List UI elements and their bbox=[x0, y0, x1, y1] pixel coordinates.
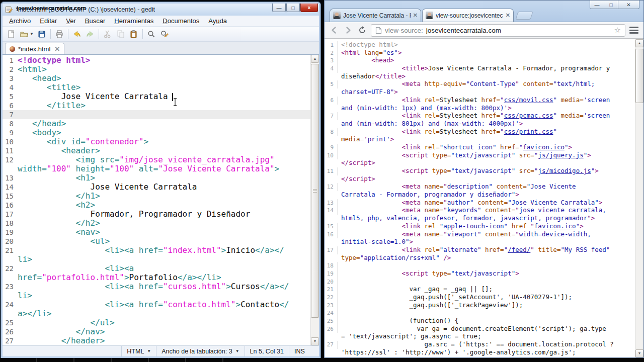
code-line: type="application/rss+xml" /> bbox=[325, 254, 635, 262]
editor-scrollbar[interactable]: ▲ ▼ bbox=[310, 55, 319, 345]
address-bar[interactable]: view-source:josevicentecarratala.com ☆ bbox=[371, 24, 625, 37]
code-line: media='print'> bbox=[325, 135, 635, 143]
browser-tab-view-source[interactable]: view-source:josevicenteca ✕ bbox=[422, 9, 514, 22]
browser-tab-homepage[interactable]: Jose Vicente Carratala - Fo ✕ bbox=[330, 9, 421, 22]
line-number: 25 bbox=[3, 318, 18, 327]
code-line: 25 (function() { bbox=[325, 317, 635, 325]
source-link[interactable]: favicon.ico bbox=[534, 222, 576, 230]
code-line: 21 <li><a href="index.html">Inicio</a></ bbox=[3, 246, 310, 255]
code-line: 22 <li><a bbox=[3, 264, 310, 273]
source-link[interactable]: css/print.css bbox=[504, 128, 553, 135]
source-link[interactable]: js/jquery.js bbox=[538, 151, 583, 159]
menu-documentos[interactable]: Documentos bbox=[158, 16, 204, 26]
line-number: 21 bbox=[325, 286, 338, 294]
taskbar-button-edge bbox=[148, 358, 149, 362]
tab-width-select[interactable]: Ancho de la tabulación: 3▼ bbox=[156, 346, 244, 356]
ibeam-mouse-cursor bbox=[173, 98, 178, 108]
bookmark-star-icon[interactable]: ☆ bbox=[614, 26, 621, 35]
scrollbar-thumb[interactable] bbox=[635, 49, 643, 103]
code-line: = 'text/javascript'; ga.async = true; bbox=[325, 332, 635, 340]
scroll-down-icon[interactable]: ▼ bbox=[635, 349, 643, 357]
source-link[interactable]: css/pcmac.css bbox=[504, 112, 553, 119]
cursor-position: Ln 5, Col 31 bbox=[245, 346, 289, 356]
menu-buscar[interactable]: Buscar bbox=[80, 16, 110, 26]
menu-editar[interactable]: Editar bbox=[35, 16, 61, 26]
minimize-button[interactable]: — bbox=[272, 4, 286, 12]
new-tab-button[interactable] bbox=[515, 12, 533, 20]
close-button[interactable]: × bbox=[300, 4, 318, 12]
line-number: 26 bbox=[325, 325, 338, 333]
menu-archivo[interactable]: Archivo bbox=[5, 16, 35, 26]
source-link[interactable]: css/movil.css bbox=[504, 96, 553, 104]
scrollbar-thumb[interactable] bbox=[311, 64, 319, 318]
new-document-icon[interactable] bbox=[5, 28, 18, 40]
forward-button[interactable] bbox=[343, 25, 354, 36]
code-line: a></li> bbox=[3, 309, 310, 318]
source-link[interactable]: js/micodigo.js bbox=[538, 167, 591, 174]
code-line: 19 <nav> bbox=[3, 228, 310, 237]
view-source-content[interactable]: 1<!doctype html>2<html lang="es">3 <head… bbox=[325, 39, 643, 357]
menu-ver[interactable]: Ver bbox=[61, 16, 80, 26]
code-line: 16 <meta name="viewport" content="width=… bbox=[325, 230, 635, 238]
redo-icon bbox=[84, 28, 97, 40]
line-number: 23 bbox=[3, 282, 18, 291]
code-line: 22 _gaq.push(['_setAccount', 'UA-4070279… bbox=[325, 293, 635, 301]
code-line: 6 <link rel=Stylesheet href="css/movil.c… bbox=[325, 96, 635, 104]
text-editor-area[interactable]: 1<!doctype html>2<html>3 <head>4 <title>… bbox=[3, 54, 319, 345]
gedit-titlebar[interactable]: *index.html (BOOTCAMP (C:) \josevicente)… bbox=[3, 4, 319, 16]
source-link[interactable]: favicon.ico bbox=[523, 143, 565, 151]
taskbar[interactable] bbox=[0, 358, 644, 362]
code-line: 1<!doctype html> bbox=[3, 56, 310, 65]
minimize-button[interactable]: — bbox=[590, 1, 604, 9]
code-line: </script> bbox=[325, 159, 635, 167]
save-icon[interactable] bbox=[35, 28, 48, 40]
close-button[interactable]: ✕ bbox=[618, 1, 639, 9]
open-folder-icon[interactable] bbox=[18, 28, 31, 40]
code-line: 14 <meta name="keywords" content="jose v… bbox=[325, 206, 635, 214]
code-line: 24 bbox=[325, 309, 635, 317]
scroll-down-icon[interactable]: ▼ bbox=[311, 337, 319, 345]
toolbar-separator bbox=[142, 29, 143, 39]
find-icon[interactable] bbox=[145, 28, 158, 40]
source-link[interactable]: /feed/ bbox=[508, 246, 530, 253]
toolbar-separator bbox=[68, 29, 68, 39]
scroll-up-icon[interactable]: ▲ bbox=[635, 39, 643, 47]
paste-icon[interactable] bbox=[127, 28, 140, 40]
code-line: 11 <script type="text/javascript" src="j… bbox=[325, 167, 635, 175]
open-dropdown-icon[interactable]: ▼ bbox=[30, 32, 34, 36]
find-replace-icon[interactable] bbox=[158, 28, 171, 40]
content-scrollbar[interactable]: ▲ ▼ bbox=[635, 39, 643, 357]
line-number: 6 bbox=[3, 101, 18, 110]
chrome-window: — □ ✕ Jose Vicente Carratala - Fo ✕ view… bbox=[324, 0, 644, 358]
code-line: 2<html lang="es"> bbox=[325, 49, 635, 57]
code-line: li> bbox=[3, 255, 310, 264]
menubar: ArchivoEditarVerBuscarHerramientasDocume… bbox=[3, 16, 319, 27]
language-select[interactable]: HTML▼ bbox=[121, 346, 156, 356]
code-line: 21 var _gaq = _gaq || []; bbox=[325, 285, 635, 293]
scroll-up-icon[interactable]: ▲ bbox=[311, 55, 319, 63]
code-line: 9 <link rel="shortcut icon" href="favico… bbox=[325, 143, 635, 151]
back-button[interactable] bbox=[329, 25, 340, 36]
editor-tab-index-html[interactable]: *index.html ✕ bbox=[5, 43, 64, 54]
code-area[interactable]: 1<!doctype html>2<html>3 <head>4 <title>… bbox=[3, 55, 310, 345]
code-line: href="portafolio.html">Portafolio</a></l… bbox=[3, 273, 310, 282]
gedit-app-icon bbox=[5, 6, 13, 14]
line-number: 13 bbox=[3, 173, 18, 183]
maximize-button[interactable]: □ bbox=[604, 1, 618, 9]
line-number: 27 bbox=[325, 341, 338, 349]
tab-close-icon[interactable]: ✕ bbox=[54, 45, 60, 53]
line-number: 1 bbox=[325, 41, 338, 49]
code-line: 14 Jose Vicente Carratala bbox=[3, 183, 310, 192]
code-line: 12 <meta name="description" content="Jos… bbox=[325, 183, 635, 191]
print-icon[interactable] bbox=[53, 28, 66, 40]
undo-icon[interactable] bbox=[70, 28, 84, 40]
tab-close-icon[interactable]: ✕ bbox=[506, 12, 510, 19]
maximize-button[interactable]: □ bbox=[286, 4, 300, 12]
menu-herramientas[interactable]: Herramientas bbox=[110, 16, 158, 26]
menu-ayuda[interactable]: Ayuda bbox=[204, 16, 231, 26]
cut-icon bbox=[101, 28, 114, 40]
reload-button[interactable] bbox=[357, 25, 368, 36]
chrome-menu-icon[interactable] bbox=[628, 26, 639, 35]
line-number: 24 bbox=[325, 309, 338, 317]
tab-close-icon[interactable]: ✕ bbox=[413, 12, 418, 19]
